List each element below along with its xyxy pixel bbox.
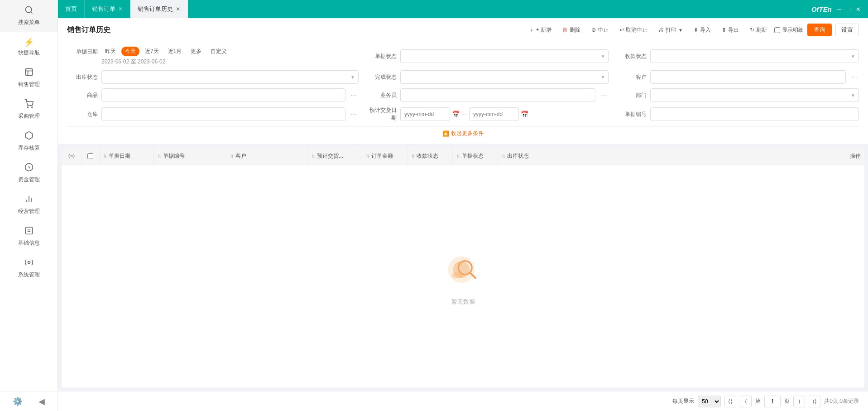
settings-icon[interactable]: ⚙️ [13, 396, 23, 406]
svg-point-14 [28, 261, 30, 264]
collapse-up-icon: 🔼 [442, 131, 449, 137]
page-size-label: 每页显示 [672, 397, 694, 405]
pay-status-label: 收款状态 [616, 53, 647, 60]
sidebar-item-quick-nav[interactable]: ⚡ 快捷导航 [0, 32, 58, 62]
sidebar-bottom: ⚙️ ◀ [0, 392, 58, 411]
doc-no-input[interactable] [650, 107, 859, 121]
sidebar-item-finance[interactable]: 资金管理 [0, 157, 58, 189]
delete-icon: 🗑 [562, 27, 568, 33]
display-detail-checkbox[interactable] [774, 27, 780, 33]
sidebar-item-basic-info[interactable]: 基础信息 [0, 221, 58, 252]
dept-select[interactable] [650, 88, 859, 102]
warehouse-dots-btn[interactable]: ··· [349, 110, 359, 118]
svg-point-6 [31, 107, 32, 108]
quick-nav-icon: ⚡ [24, 37, 34, 47]
settings-btn[interactable]: 设置 [835, 24, 859, 36]
window-min-btn[interactable]: ─ [837, 6, 841, 13]
doc-status-select[interactable] [400, 49, 609, 63]
th-action-label: 操作 [850, 152, 861, 160]
inventory-icon [24, 131, 34, 142]
filter-row-2: 出库状态 ▼ 完成状态 ▼ 客户 ··· [67, 70, 859, 84]
cancel-stop-btn[interactable]: ↩ 取消中止 [616, 24, 651, 36]
sidebar-item-purchase-mgmt[interactable]: 采购管理 [0, 94, 58, 126]
th-doc-status[interactable]: ⇅ 单据状态 [453, 147, 498, 165]
display-detail-toggle[interactable]: 显示明细 [774, 26, 804, 34]
import-btn[interactable]: ⬇ 导入 [690, 24, 715, 36]
th-checkbox[interactable] [82, 147, 100, 165]
page-input[interactable] [764, 396, 781, 407]
goods-input[interactable] [101, 88, 345, 102]
prev-page-btn[interactable]: ⟨ [740, 396, 752, 407]
date-btn-7days[interactable]: 近7天 [141, 47, 163, 56]
collapse-btn[interactable]: 🔼 收起更多条件 [442, 130, 484, 137]
customer-dots-btn[interactable]: ··· [849, 73, 859, 81]
select-all-checkbox[interactable] [87, 153, 93, 159]
salesperson-dots-btn[interactable]: ··· [599, 91, 609, 99]
tab-sales-order-close[interactable]: ✕ [118, 6, 123, 12]
tab-home[interactable]: 首页 [58, 0, 85, 18]
th-pay-status[interactable]: ⇅ 收款状态 [408, 147, 453, 165]
svg-line-1 [30, 12, 32, 14]
table-area: ⇅ 单据日期 ⇅ 单据编号 ⇅ 客户 ⇅ 预计交货... ⇅ 订单金额 [62, 147, 864, 387]
out-status-label: 出库状态 [67, 73, 98, 81]
customer-input[interactable] [650, 70, 845, 84]
window-max-btn[interactable]: □ [847, 6, 850, 13]
new-btn[interactable]: ＋ + 新增 [525, 24, 555, 36]
last-page-btn[interactable]: ⟩⟩ [809, 396, 820, 407]
export-btn[interactable]: ⬆ 导出 [718, 24, 743, 36]
print-btn[interactable]: 🖨 打印 ▼ [655, 24, 686, 36]
svg-point-15 [71, 155, 72, 157]
th-out-status[interactable]: ⇅ 出库状态 [498, 147, 543, 165]
delete-btn[interactable]: 🗑 删除 [559, 24, 584, 36]
delivery-date-start[interactable] [400, 107, 450, 121]
date-btn-custom[interactable]: 自定义 [207, 47, 230, 56]
pay-status-select[interactable] [650, 49, 859, 63]
th-delivery[interactable]: ⇅ 预计交货... [308, 147, 362, 165]
th-amount[interactable]: ⇅ 订单金额 [362, 147, 408, 165]
date-btn-today[interactable]: 今天 [121, 47, 139, 56]
th-doc-no[interactable]: ⇅ 单据编号 [154, 147, 226, 165]
th-customer[interactable]: ⇅ 客户 [226, 147, 308, 165]
sidebar-item-inventory[interactable]: 库存核算 [0, 126, 58, 157]
delivery-date-end[interactable] [469, 107, 519, 121]
stop-btn[interactable]: ⊘ 中止 [588, 24, 612, 36]
complete-status-select[interactable] [400, 70, 609, 84]
sidebar-item-operation[interactable]: 经营管理 [0, 189, 58, 221]
sidebar-item-sales-mgmt[interactable]: 销售管理 [0, 62, 58, 94]
doc-status-select-wrapper: ▼ [400, 49, 609, 63]
th-doc-date[interactable]: ⇅ 单据日期 [100, 147, 154, 165]
th-settings[interactable] [62, 147, 82, 165]
window-close-btn[interactable]: ✕ [856, 6, 861, 13]
date-btn-1month[interactable]: 近1月 [164, 47, 186, 56]
th-doc-no-label: 单据编号 [163, 152, 185, 160]
delivery-date-start-icon[interactable]: 📅 [452, 111, 460, 118]
th-doc-status-label: 单据状态 [462, 152, 484, 160]
th-customer-label: 客户 [235, 152, 246, 160]
tab-sales-order-history[interactable]: 销售订单历史 ✕ [130, 0, 188, 18]
next-page-btn[interactable]: ⟩ [793, 396, 805, 407]
salesperson-input[interactable] [400, 88, 595, 102]
sidebar-item-system-mgmt[interactable]: 系统管理 [0, 252, 58, 284]
goods-dots-btn[interactable]: ··· [349, 91, 359, 99]
brand-label: OfTEn [811, 5, 832, 13]
sidebar-item-label: 搜索菜单 [18, 19, 40, 26]
refresh-btn[interactable]: ↻ 刷新 [746, 24, 771, 36]
query-btn[interactable]: 查询 [807, 24, 832, 36]
delivery-date-end-icon[interactable]: 📅 [521, 111, 528, 118]
out-status-select[interactable] [101, 70, 359, 84]
date-btn-yesterday[interactable]: 昨天 [101, 47, 120, 56]
first-page-btn[interactable]: ⟨⟨ [724, 396, 736, 407]
warehouse-input[interactable] [101, 107, 345, 121]
page-size-select[interactable]: 20 50 100 [698, 396, 721, 407]
doc-no-label: 单据编号 [616, 111, 647, 118]
date-btn-more[interactable]: 更多 [187, 47, 205, 56]
sidebar-item-search-menu[interactable]: 搜索菜单 [0, 0, 58, 32]
warehouse-label: 仓库 [67, 111, 98, 118]
th-doc-date-label: 单据日期 [109, 152, 130, 160]
new-icon: ＋ [529, 26, 534, 34]
collapse-icon[interactable]: ◀ [38, 396, 45, 406]
tab-sales-order-history-close[interactable]: ✕ [176, 6, 180, 12]
tab-sales-order[interactable]: 销售订单 ✕ [85, 0, 130, 18]
filter-row-1: 单据日期 昨天 今天 近7天 近1月 更多 自定义 2023-06-02 至 2… [67, 47, 859, 66]
sort-icon: ⇅ [230, 154, 234, 159]
